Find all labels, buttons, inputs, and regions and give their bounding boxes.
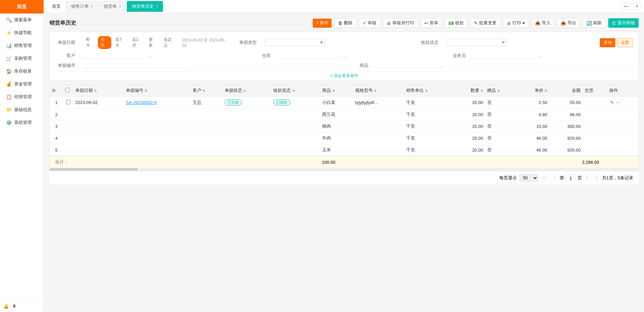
horizontal-scrollbar[interactable] <box>50 168 638 171</box>
footer-total-label: 合计： <box>55 159 82 165</box>
main-content: 首页 销售订单 × 销货单 × 销货单历史 × — × 销货单历史 + 新增 � <box>44 0 644 312</box>
new-button[interactable]: + 新增 <box>313 19 332 28</box>
pill-yesterday[interactable]: 昨天 <box>83 36 96 49</box>
cell-doc-status-1 <box>223 109 272 121</box>
per-page-select[interactable]: 50 100 <box>520 174 538 182</box>
col-settings: ⚙ <box>50 85 63 97</box>
sidebar-item-system-mgmt[interactable]: ⚙️ 系统管理 <box>0 116 44 129</box>
print-button[interactable]: 🖨 打印 ▾ <box>503 18 529 28</box>
col-sales-unit[interactable]: 销售单位 ⇅ <box>404 85 453 97</box>
warehouse-ellipsis[interactable]: ... <box>341 53 348 58</box>
window-close-btn[interactable]: × <box>633 3 641 10</box>
cell-doc-no-0: SA-20230602-0 <box>124 97 190 109</box>
col-spec-type[interactable]: 规格型号 ⇅ <box>353 85 404 97</box>
notification-icon[interactable]: 🔔 <box>3 304 9 309</box>
payment-status-select[interactable] <box>447 39 507 46</box>
batch-change-button[interactable]: ✎ 批量变更 <box>470 18 500 28</box>
cell-price-2: 15.00 <box>517 121 549 132</box>
page-last-btn[interactable]: ⟩⟩ <box>593 174 601 182</box>
audit-button[interactable]: ✓ 审核 <box>359 18 380 28</box>
doc-type-select[interactable] <box>265 39 326 46</box>
cell-qty-0: 20.00 <box>453 97 485 109</box>
sidebar-item-inventory[interactable]: 🏠 库存核算 <box>0 65 44 78</box>
date-label: 单据日期 <box>55 40 75 46</box>
filter-row-3: 单据编号 商品 ... <box>55 62 633 69</box>
delete-button[interactable]: 🗑 删除 <box>334 18 356 28</box>
cell-seq-0: 1 <box>50 97 63 109</box>
sidebar-item-finance-mgmt[interactable]: 💰 资金管理 <box>0 78 44 90</box>
pause-icon[interactable]: ⏸ <box>12 304 17 309</box>
page-number-input[interactable] <box>565 175 576 182</box>
sidebar-item-sales-mgmt[interactable]: 📊 销售管理 <box>0 39 44 52</box>
sidebar-item-purchase-mgmt[interactable]: 🛒 采购管理 <box>0 52 44 65</box>
tab-home[interactable]: 首页 <box>47 1 65 12</box>
salesperson-ellipsis[interactable]: ... <box>537 53 543 58</box>
warehouse-input[interactable] <box>279 52 339 59</box>
col-payment-status[interactable]: 收款状态 ⇅ <box>271 85 320 97</box>
pill-more[interactable]: 更多 <box>146 36 159 49</box>
page-first-btn[interactable]: ⟨⟨ <box>541 174 549 182</box>
pill-custom[interactable]: 自定义 <box>161 36 178 49</box>
tab-sales-history-close[interactable]: × <box>156 4 158 8</box>
row-checkbox-0[interactable] <box>66 100 71 104</box>
page-next-btn[interactable]: ⟩ <box>583 174 591 182</box>
tab-sales-order[interactable]: 销售订单 × <box>66 1 98 12</box>
collapse-toggle[interactable]: ∧ 收起更多条件 <box>50 71 638 80</box>
action-edit-0[interactable]: ✎ <box>609 100 615 105</box>
pill-today[interactable]: 今天 <box>98 36 111 49</box>
sidebar-item-search-menu[interactable]: 🔍 搜索菜单 <box>0 14 44 26</box>
table-row: 1 2023-06-02 SA-20230602-0 王总 已生效 已收款 小白… <box>50 97 638 109</box>
audit-icon: ✓ <box>363 21 366 26</box>
page-prev-btn[interactable]: ⟨ <box>550 174 558 182</box>
tab-sales-delivery-close[interactable]: × <box>119 4 121 8</box>
display-detail-button[interactable]: ☰ 显示明细 <box>608 18 639 28</box>
doc-no-link-0[interactable]: SA-20230602-0 <box>126 100 157 105</box>
col-doc-date[interactable]: 单据日期 ⇅ <box>73 85 124 97</box>
goods-input[interactable] <box>376 62 437 69</box>
col-unit-price[interactable]: 单价 ⇅ <box>517 85 549 97</box>
import-button[interactable]: 📥 导入 <box>531 18 554 28</box>
action-more-0[interactable]: ⋯ <box>615 100 621 105</box>
sidebar-item-basic-info[interactable]: 📁 基础信息 <box>0 103 44 116</box>
window-minimize-btn[interactable]: — <box>621 3 631 10</box>
doc-status-badge-0: 已生效 <box>225 99 242 106</box>
sidebar-item-operation-mgmt[interactable]: 📋 经营管理 <box>0 90 44 103</box>
customer-input[interactable] <box>83 52 144 59</box>
select-all-checkbox[interactable] <box>65 88 69 92</box>
tab-sales-order-close[interactable]: × <box>91 4 93 8</box>
query-button[interactable]: 查询 <box>600 38 615 47</box>
goods-ellipsis[interactable]: ... <box>439 63 446 68</box>
filter-row-1: 单据日期 昨天 今天 近7天 近1月 更多 自定义 2023-06-02 至 2… <box>55 36 633 49</box>
sort-qty-icon: ⇅ <box>480 89 483 93</box>
settings-button[interactable]: 设置 <box>617 38 633 47</box>
export-button[interactable]: 📤 导出 <box>557 18 580 28</box>
abandon-button[interactable]: ↩ 弃审 <box>421 18 442 28</box>
cell-customer-3 <box>191 132 223 144</box>
table-row: 4 牛肉 千克 20.00 否 46.00 920.00 <box>50 132 638 144</box>
sidebar-item-quick-nav[interactable]: ⚡ 快捷导航 <box>0 26 44 39</box>
tab-sales-history[interactable]: 销货单历史 × <box>127 1 163 12</box>
warehouse-control: ... <box>279 52 438 59</box>
col-customer[interactable]: 客户 ⇅ <box>191 85 223 97</box>
doc-number-input[interactable] <box>83 62 185 69</box>
cell-doc-date-1 <box>73 109 124 121</box>
pill-1month[interactable]: 近1月 <box>130 36 145 49</box>
refresh-button[interactable]: 🔄 刷新 <box>583 18 606 28</box>
tab-sales-delivery[interactable]: 销货单 × <box>99 1 126 12</box>
pill-7days[interactable]: 近7天 <box>113 36 128 49</box>
cell-doc-no-4 <box>124 144 190 156</box>
col-goods[interactable]: 商品 ⇅ <box>320 85 353 97</box>
customer-ellipsis[interactable]: ... <box>146 53 153 58</box>
scroll-thumb[interactable] <box>50 168 138 171</box>
goods-control: ... <box>376 62 633 69</box>
collect-button[interactable]: 💵 收款 <box>445 18 468 28</box>
collapse-text: ∧ 收起更多条件 <box>330 73 358 78</box>
col-doc-status[interactable]: 单据状态 ⇅ <box>223 85 272 97</box>
salesperson-input[interactable] <box>474 52 535 59</box>
audit-print-button[interactable]: 🖨 审核并打印 <box>383 18 418 28</box>
col-gift[interactable]: 赠品 ⇅ <box>485 85 517 97</box>
col-qty[interactable]: 数量 ⇅ <box>453 85 485 97</box>
sidebar-label-purchase-mgmt: 采购管理 <box>14 55 32 61</box>
table-settings-icon[interactable]: ⚙ <box>52 88 56 93</box>
col-doc-no[interactable]: 单据编号 ⇅ <box>124 85 190 97</box>
